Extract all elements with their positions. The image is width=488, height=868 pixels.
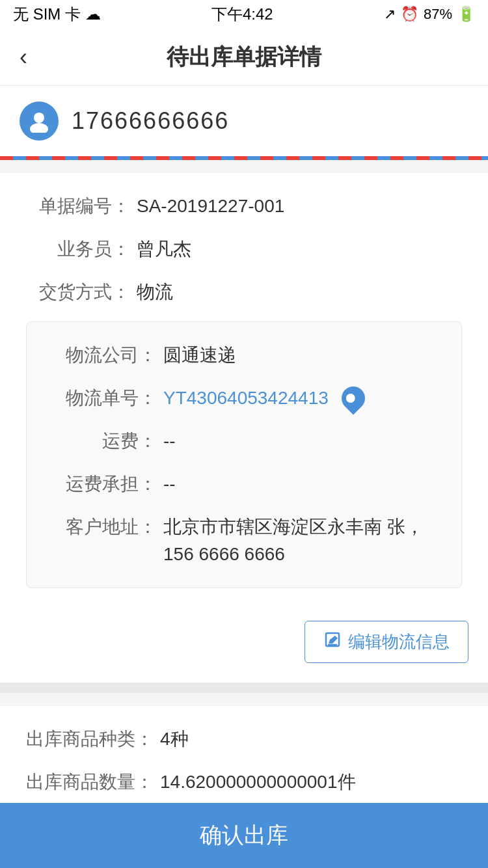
delivery-method-row: 交货方式： 物流 <box>26 278 462 306</box>
edit-icon <box>323 631 342 653</box>
logistics-section: 物流公司： 圆通速递 物流单号： YT43064053424413 运费： --… <box>26 321 462 588</box>
document-number-label: 单据编号： <box>26 193 130 220</box>
main-content: 无 SIM 卡 ☁ 下午4:42 ↗ ⏰ 87% 🔋 ‹ 待出库单据详情 176… <box>0 0 488 868</box>
tracking-number-row: 物流单号： YT43064053424413 <box>53 385 435 412</box>
svg-point-0 <box>34 113 44 123</box>
logistics-company-row: 物流公司： 圆通速递 <box>53 342 435 369</box>
status-time: 下午4:42 <box>211 4 273 25</box>
location-icon[interactable] <box>336 381 370 414</box>
status-right: ↗ ⏰ 87% 🔋 <box>384 6 475 23</box>
freight-value: -- <box>163 427 435 455</box>
goods-types-label: 出库商品种类： <box>26 726 154 753</box>
salesperson-row: 业务员： 曾凡杰 <box>26 236 462 263</box>
customer-address-label: 客户地址： <box>53 513 157 541</box>
logistics-company-value: 圆通速递 <box>163 342 435 369</box>
avatar <box>20 102 59 141</box>
confirm-button[interactable]: 确认出库 <box>200 821 288 850</box>
dashed-separator <box>0 156 488 160</box>
bottom-bar: 确认出库 <box>0 803 488 868</box>
edit-logistics-container: 编辑物流信息 <box>0 608 488 683</box>
tracking-number-label: 物流单号： <box>53 385 157 412</box>
logistics-company-label: 物流公司： <box>53 342 157 369</box>
status-left: 无 SIM 卡 ☁ <box>13 4 101 25</box>
freight-label: 运费： <box>53 427 157 455</box>
freight-bearer-row: 运费承担： -- <box>53 470 435 498</box>
document-number-row: 单据编号： SA-20191227-001 <box>26 193 462 220</box>
customer-header: 17666666666 <box>0 86 488 156</box>
freight-row: 运费： -- <box>53 427 435 455</box>
alarm-icon: ⏰ <box>401 6 418 23</box>
freight-bearer-label: 运费承担： <box>53 470 157 498</box>
goods-quantity-row: 出库商品数量： 14.620000000000001件 <box>26 768 462 796</box>
battery-icon: 🔋 <box>457 6 475 23</box>
freight-bearer-value: -- <box>163 470 435 498</box>
nav-title: 待出库单据详情 <box>167 42 321 72</box>
location-status-icon: ↗ <box>384 6 396 23</box>
basic-info-section: 单据编号： SA-20191227-001 业务员： 曾凡杰 交货方式： 物流 … <box>0 173 488 608</box>
delivery-method-value: 物流 <box>137 278 462 306</box>
section-divider <box>0 683 488 693</box>
battery-level: 87% <box>424 6 452 23</box>
delivery-method-label: 交货方式： <box>26 278 130 306</box>
goods-types-row: 出库商品种类： 4种 <box>26 726 462 753</box>
customer-address-value: 北京市市辖区海淀区永丰南 张，156 6666 6666 <box>163 513 435 568</box>
salesperson-value: 曾凡杰 <box>137 236 462 263</box>
svg-point-1 <box>30 123 48 133</box>
document-number-value: SA-20191227-001 <box>137 193 462 220</box>
goods-section: 出库商品种类： 4种 出库商品数量： 14.620000000000001件 <box>0 706 488 815</box>
goods-types-value: 4种 <box>160 726 462 753</box>
nav-bar: ‹ 待出库单据详情 <box>0 29 488 86</box>
customer-phone: 17666666666 <box>72 107 229 135</box>
goods-quantity-label: 出库商品数量： <box>26 768 154 796</box>
customer-address-row: 客户地址： 北京市市辖区海淀区永丰南 张，156 6666 6666 <box>53 513 435 568</box>
goods-quantity-value: 14.620000000000001件 <box>160 768 462 796</box>
edit-logistics-label: 编辑物流信息 <box>348 631 450 653</box>
sim-status: 无 SIM 卡 ☁ <box>13 4 101 25</box>
status-bar: 无 SIM 卡 ☁ 下午4:42 ↗ ⏰ 87% 🔋 <box>0 0 488 29</box>
back-button[interactable]: ‹ <box>20 44 59 71</box>
edit-logistics-button[interactable]: 编辑物流信息 <box>305 621 468 663</box>
salesperson-label: 业务员： <box>26 236 130 263</box>
tracking-number-value: YT43064053424413 <box>163 385 435 412</box>
